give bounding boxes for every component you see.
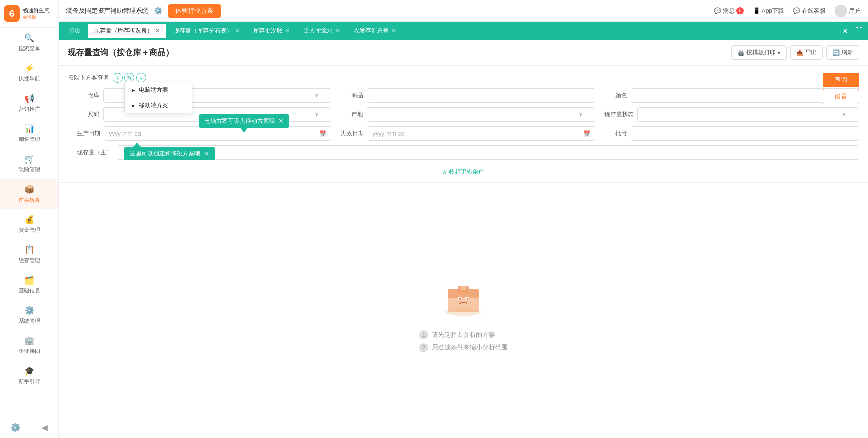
- svg-point-7: [459, 298, 461, 300]
- query-button[interactable]: 查询: [823, 73, 859, 87]
- pc-scheme-item[interactable]: ▸ 电脑端方案: [125, 82, 192, 98]
- sidebar-item-operations[interactable]: 📋 经营管理: [0, 240, 58, 270]
- chevron-down-icon5: ▾: [843, 111, 846, 118]
- app-download-btn[interactable]: 📱 App下载: [753, 7, 784, 15]
- tab-receive-send[interactable]: 收发存汇总表 ✕: [347, 24, 402, 38]
- filter-cell-stock-status: 现存量状态 ▾: [604, 107, 859, 122]
- page-content: 现存量查询（按仓库＋商品） 🖨️ 按模板打印 ▾ 📤 导出 🔄 刷新: [59, 40, 868, 438]
- refresh-btn[interactable]: 🔄 刷新: [826, 45, 859, 60]
- tab-close-stock-status[interactable]: ✕: [156, 28, 160, 34]
- mobile-scheme-item[interactable]: ▸ 移动端方案: [125, 98, 192, 113]
- tab-stock-status[interactable]: 现存量（库存状况表） ✕: [88, 24, 166, 38]
- tooltip1-close[interactable]: ✕: [278, 118, 284, 125]
- goods-select[interactable]: ···: [367, 88, 595, 103]
- sidebar-item-quicknav[interactable]: ⚡ 快捷导航: [0, 58, 58, 88]
- tab-close-stock-dist[interactable]: ✕: [235, 28, 240, 34]
- sidebar-item-purchase[interactable]: 🛒 采购管理: [0, 149, 58, 179]
- tooltip2-close[interactable]: ✕: [204, 150, 209, 157]
- filter-scheme-btns: + ✎ «: [113, 73, 146, 83]
- tip-num-1: 1: [419, 330, 428, 339]
- export-icon: 📤: [796, 49, 803, 56]
- tab-close-receive-send[interactable]: ✕: [392, 28, 396, 34]
- user-label: 用户: [849, 7, 861, 15]
- scheme-left-btn[interactable]: «: [136, 73, 146, 83]
- tab-inout-flow[interactable]: 出入库流水 ✕: [297, 24, 346, 38]
- inventory-icon: 📦: [24, 184, 34, 194]
- phone-icon: 📱: [753, 7, 760, 14]
- add-scheme-btn[interactable]: +: [113, 73, 123, 83]
- sales-icon: 📊: [24, 124, 34, 134]
- tab-close-inout-flow[interactable]: ✕: [335, 28, 340, 34]
- sidebar-item-finance[interactable]: 💰 资金管理: [0, 209, 58, 240]
- finance-icon: 💰: [24, 215, 34, 225]
- tab-stock-dist[interactable]: 现存量（库存分布表） ✕: [167, 24, 246, 38]
- tab-actions: ✕ ⛶: [840, 25, 864, 37]
- sidebar-item-basic[interactable]: 🗂️ 基础信息: [0, 270, 58, 300]
- enterprise-icon: 🏢: [24, 336, 34, 346]
- origin-select[interactable]: ▾: [367, 107, 595, 122]
- filter-row-2: 尺码 ▾ 产地 ▾ 现存量状态: [77, 107, 859, 122]
- sidebar-item-inventory[interactable]: 📦 库存核算: [0, 179, 58, 209]
- message-icon: 💬: [714, 7, 721, 14]
- experience-btn[interactable]: 体验行业方案: [168, 4, 221, 18]
- tab-expand-btn[interactable]: ⛶: [854, 25, 864, 37]
- refresh-icon: 🔄: [832, 49, 840, 56]
- guide-icon: 🎓: [24, 366, 34, 376]
- sidebar-collapse-btn[interactable]: ◀: [42, 423, 48, 433]
- batch-input[interactable]: [631, 126, 859, 141]
- chevron-down-icon4: ▾: [579, 111, 582, 118]
- expire-date-input[interactable]: yyyy-mm-dd 📅: [368, 126, 595, 141]
- filter-cell-origin: 产地 ▾: [340, 107, 595, 122]
- sidebar: 6 畅通好生意 标准版 🔍 搜索菜单 ⚡ 快捷导航 📢 营销推广 📊 销售管理 …: [0, 0, 59, 438]
- empty-state: 1 请先选择要分析的方案 2 用过滤条件来缩小分析范围: [59, 183, 868, 438]
- filter-cell-color: 颜色 ▾: [604, 88, 859, 103]
- message-btn[interactable]: 💬 消息 6: [714, 7, 744, 15]
- sidebar-item-system[interactable]: ⚙️ 系统管理: [0, 300, 58, 330]
- quicknav-icon: ⚡: [24, 63, 34, 73]
- operations-icon: 📋: [24, 245, 34, 255]
- printer-icon: 🖨️: [737, 49, 745, 56]
- filter-cell-batch: 批号: [604, 126, 859, 141]
- sidebar-footer: ⚙️ ◀: [0, 417, 58, 438]
- sidebar-logo: 6 畅通好生意 标准版: [0, 0, 58, 28]
- pc-scheme-tooltip: 电脑方案可设为移动方案哦 ✕: [199, 114, 289, 128]
- setup-button[interactable]: 设置: [823, 89, 859, 104]
- service-label: 在线客服: [802, 7, 826, 15]
- empty-svg: [436, 269, 491, 323]
- sidebar-item-enterprise[interactable]: 🏢 企业协同: [0, 330, 58, 361]
- export-btn[interactable]: 📤 导出: [790, 45, 823, 60]
- filter-cell-goods: 商品 ···: [340, 88, 595, 103]
- stock-status-select[interactable]: ▾: [637, 107, 859, 122]
- chevron-down-icon3: ▾: [315, 111, 318, 118]
- collapse-btn[interactable]: ∧ 收起更多条件: [68, 164, 859, 178]
- message-label: 消息: [723, 7, 735, 15]
- sidebar-item-search[interactable]: 🔍 搜索菜单: [0, 28, 58, 58]
- create-scheme-tooltip: 这里可以创建和修改方案哦 ✕: [124, 147, 215, 160]
- tab-close-stock-batch[interactable]: ✕: [285, 28, 290, 34]
- page-header: 现存量查询（按仓库＋商品） 🖨️ 按模板打印 ▾ 📤 导出 🔄 刷新: [59, 40, 868, 66]
- filter-cell-prod-date: 生产日期 yyyy-mm-dd 📅: [77, 126, 331, 141]
- tab-home[interactable]: 首页: [62, 24, 87, 38]
- search-icon: 🔍: [24, 33, 34, 43]
- chevron-right-icon2: ▸: [132, 102, 135, 109]
- sidebar-settings-btn[interactable]: ⚙️: [10, 423, 20, 433]
- sidebar-item-sales[interactable]: 📊 销售管理: [0, 118, 58, 149]
- online-service-btn[interactable]: 💬 在线客服: [793, 7, 826, 15]
- tab-stock-batch[interactable]: 库存批次账 ✕: [247, 24, 296, 38]
- user-avatar-area[interactable]: 用户: [835, 5, 861, 17]
- filter-title: 按以下方案查询 + ✎ «: [68, 73, 859, 83]
- stock-qty-input[interactable]: —: [117, 145, 859, 160]
- tip-num-2: 2: [419, 343, 428, 352]
- sidebar-item-marketing[interactable]: 📢 营销推广: [0, 88, 58, 118]
- tab-bar: 首页 现存量（库存状况表） ✕ 现存量（库存分布表） ✕ 库存批次账 ✕ 出入库…: [59, 22, 868, 40]
- sidebar-item-guide[interactable]: 🎓 新手引导: [0, 361, 58, 391]
- app-label: App下载: [762, 7, 784, 15]
- purchase-icon: 🛒: [24, 154, 34, 164]
- prod-date-input[interactable]: yyyy-mm-dd 📅: [104, 126, 331, 141]
- gear-icon[interactable]: ⚙️: [154, 6, 163, 15]
- tab-close-all-btn[interactable]: ✕: [840, 25, 850, 37]
- action-btns: 查询 设置: [823, 73, 859, 104]
- edit-scheme-btn[interactable]: ✎: [124, 73, 134, 83]
- system-title: 装备及固定资产辅助管理系统: [66, 7, 148, 15]
- print-btn[interactable]: 🖨️ 按模板打印 ▾: [731, 45, 787, 60]
